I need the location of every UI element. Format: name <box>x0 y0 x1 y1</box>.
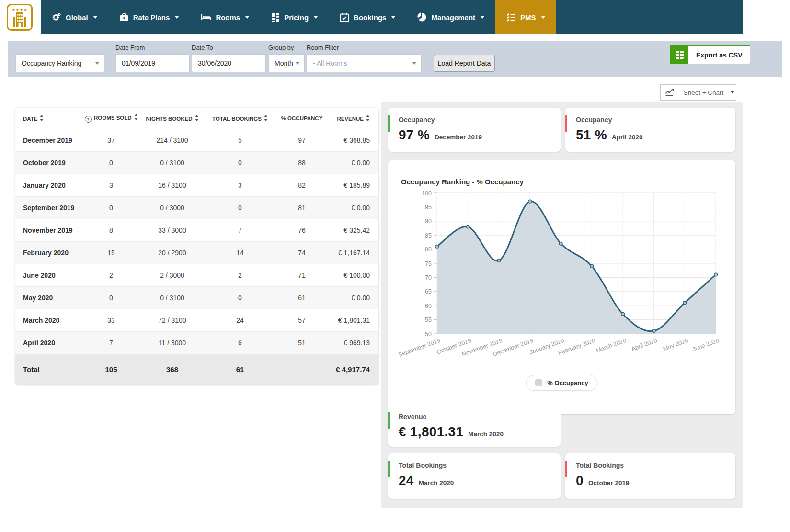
stat-title: Total Bookings <box>576 462 726 469</box>
stat-period: December 2019 <box>435 134 482 141</box>
group-by-label: Group by <box>268 44 294 51</box>
stat-card-revenue-max: Revenue € 1,801.31 March 2020 <box>388 405 561 447</box>
nav-item-pms[interactable]: PMS <box>495 0 556 34</box>
table-row: January 2020316 / 3100382€ 185.89 <box>15 174 378 196</box>
nav-item-pricing[interactable]: Pricing <box>260 0 329 34</box>
stat-card-occupancy-max: Occupancy 97 % December 2019 <box>388 108 561 152</box>
sort-icon <box>366 115 370 121</box>
table-row: September 201900 / 3000081€ 0.00 <box>15 196 378 219</box>
spreadsheet-icon <box>670 46 688 64</box>
nav-item-global[interactable]: Global <box>41 0 108 34</box>
chevron-down-icon <box>391 16 395 19</box>
room-filter-select[interactable]: - All Rooms <box>307 54 422 72</box>
report-table-card: DATE ?ROOMS SOLD NIGHTS BOOKED TOTAL BOO… <box>15 108 378 385</box>
main-navbar: Global Rate Plans <box>41 0 743 34</box>
column-header-total-bookings[interactable]: TOTAL BOOKINGS <box>207 108 273 129</box>
nav-item-label: Rate Plans <box>133 13 170 22</box>
svg-text:100: 100 <box>422 190 432 197</box>
chevron-down-icon <box>93 16 97 19</box>
nav-item-label: Management <box>431 13 475 22</box>
export-csv-button[interactable]: Export as CSV <box>670 45 750 64</box>
view-mode-value: Sheet + Chart <box>678 85 729 100</box>
svg-text:75: 75 <box>425 260 432 267</box>
chart-line-icon <box>661 85 678 100</box>
chevron-down-icon <box>296 62 299 65</box>
chevron-down-icon <box>541 16 545 19</box>
svg-text:March 2020: March 2020 <box>595 337 627 354</box>
stat-value: 24 <box>399 473 414 488</box>
legend-swatch-icon <box>535 379 542 386</box>
load-report-data-button[interactable]: Load Report Data <box>434 55 495 72</box>
nav-item-bookings[interactable]: Bookings <box>329 0 406 34</box>
nav-item-label: Bookings <box>354 13 386 22</box>
stat-title: Occupancy <box>576 116 726 124</box>
nav-item-rooms[interactable]: Rooms <box>190 0 260 34</box>
nav-item-management[interactable]: Management <box>406 0 495 34</box>
hotel-building-icon <box>12 12 27 27</box>
grid-icon <box>271 12 280 22</box>
export-csv-label: Export as CSV <box>688 46 750 64</box>
dropdown-caret[interactable] <box>729 85 736 100</box>
date-to-input[interactable] <box>192 54 266 72</box>
stat-value: € 1,801.31 <box>399 424 463 440</box>
group-by-value: Month <box>275 59 293 67</box>
view-mode-select[interactable]: Sheet + Chart <box>660 84 736 101</box>
pms-report-page: ★★★★ Global <box>0 0 790 532</box>
legend-label: % Occupancy <box>547 379 588 386</box>
status-accent-bar <box>388 412 390 429</box>
column-header-date[interactable]: DATE <box>15 108 85 129</box>
pie-chart-icon <box>417 12 427 22</box>
checklist-icon <box>506 12 516 22</box>
stat-period: April 2020 <box>612 134 643 141</box>
column-header-nights-booked[interactable]: NIGHTS BOOKED <box>137 108 207 129</box>
svg-text:70: 70 <box>425 274 432 281</box>
room-filter-value: - All Rooms <box>313 59 347 67</box>
nav-item-label: Global <box>66 13 88 22</box>
table-row: February 20201520 / 29001474€ 1,167.14 <box>15 241 378 264</box>
date-to-label: Date To <box>192 44 213 51</box>
filter-bar: Occupancy Ranking Date From Date To Grou… <box>8 41 782 77</box>
svg-text:95: 95 <box>425 204 432 211</box>
nav-item-label: Pricing <box>284 13 309 22</box>
date-from-input[interactable] <box>115 54 190 72</box>
svg-text:55: 55 <box>425 317 432 323</box>
chevron-down-icon <box>481 16 484 19</box>
status-accent-bar <box>565 461 567 477</box>
chevron-down-icon <box>245 16 249 19</box>
svg-text:June 2020: June 2020 <box>691 337 720 353</box>
chart-legend[interactable]: % Occupancy <box>526 375 597 391</box>
stat-title: Occupancy <box>399 116 551 124</box>
svg-text:May 2020: May 2020 <box>662 337 689 352</box>
svg-text:65: 65 <box>425 288 432 295</box>
table-row: May 202000 / 3100061€ 0.00 <box>15 286 378 309</box>
gears-icon <box>52 12 61 22</box>
chevron-down-icon <box>175 16 179 19</box>
svg-text:50: 50 <box>425 331 432 338</box>
chevron-down-icon <box>95 62 99 65</box>
occupancy-ranking-table: DATE ?ROOMS SOLD NIGHTS BOOKED TOTAL BOO… <box>15 108 378 385</box>
svg-text:April 2020: April 2020 <box>630 337 658 352</box>
table-row: October 201900 / 3100088€ 0.00 <box>15 151 378 174</box>
chart-title: Occupancy Ranking - % Occupancy <box>401 178 524 186</box>
sort-icon <box>264 115 268 121</box>
table-row: March 20203372 / 31002457€ 1,801.31 <box>15 309 378 331</box>
table-row: June 202022 / 3000271€ 100.00 <box>15 264 378 286</box>
column-header-occupancy[interactable]: % OCCUPANCY <box>273 108 331 129</box>
svg-text:60: 60 <box>425 303 432 309</box>
status-accent-bar <box>388 115 390 132</box>
nav-item-rate-plans[interactable]: Rate Plans <box>108 0 190 34</box>
calendar-check-icon <box>340 12 349 22</box>
report-type-value: Occupancy Ranking <box>22 59 81 67</box>
stat-period: October 2019 <box>588 479 630 487</box>
svg-text:85: 85 <box>425 232 432 239</box>
column-header-rooms-sold[interactable]: ?ROOMS SOLD <box>85 108 137 129</box>
date-from-label: Date From <box>115 44 145 51</box>
help-icon[interactable]: ? <box>85 116 92 123</box>
report-type-select[interactable]: Occupancy Ranking <box>15 54 104 72</box>
group-by-select[interactable]: Month <box>268 54 305 72</box>
table-total-row: Total10536861€ 4,917.74 <box>15 354 378 385</box>
svg-text:September 2019: September 2019 <box>397 337 441 359</box>
hotel-logo[interactable]: ★★★★ <box>7 4 33 31</box>
occupancy-chart-card: Occupancy Ranking - % Occupancy 50556065… <box>388 160 735 414</box>
column-header-revenue[interactable]: REVENUE <box>331 108 378 129</box>
